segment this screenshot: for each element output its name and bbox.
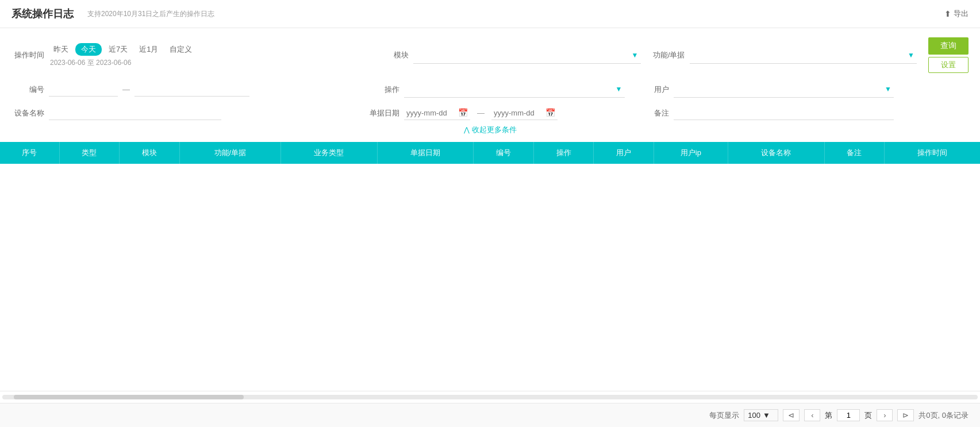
collapse-label: 收起更多条件 xyxy=(472,125,517,135)
export-button[interactable]: ⬆ 导出 xyxy=(944,9,969,19)
calendar-from-icon[interactable]: 📅 xyxy=(458,108,468,117)
last-page-button[interactable]: ⊳ xyxy=(897,409,914,421)
operation-dropdown-icon: ▼ xyxy=(616,85,625,93)
data-table: 序号 类型 模块 功能/单据 业务类型 单据日期 编号 操作 用户 用户ip 设… xyxy=(0,142,980,164)
remark-filter-group: 备注 xyxy=(636,106,894,120)
col-feature: 功能/单据 xyxy=(179,142,280,164)
page-label: 第 xyxy=(825,410,832,421)
scroll-thumb[interactable] xyxy=(14,395,244,399)
col-remark: 备注 xyxy=(824,142,884,164)
first-page-button[interactable]: ⊲ xyxy=(783,409,800,421)
time-btn-7days[interactable]: 近7天 xyxy=(104,43,132,56)
date-from-wrapper: 📅 xyxy=(404,106,470,120)
col-operation: 操作 xyxy=(533,142,593,164)
scroll-bar-area xyxy=(0,391,980,403)
time-btn-1month[interactable]: 近1月 xyxy=(134,43,163,56)
scroll-track[interactable] xyxy=(2,395,978,399)
device-filter-group: 设备名称 xyxy=(11,106,355,120)
col-biz-type: 业务类型 xyxy=(281,142,378,164)
col-op-time: 操作时间 xyxy=(884,142,980,164)
export-icon: ⬆ xyxy=(944,9,951,18)
user-filter-group: 用户 ▼ xyxy=(636,81,894,98)
filter-row-3: 设备名称 单据日期 📅 — 📅 xyxy=(11,106,969,120)
filter-row-1: 操作时间 昨天 今天 近7天 近1月 自定义 2023-06-06 至 2023… xyxy=(11,37,969,73)
col-number: 编号 xyxy=(474,142,533,164)
time-filter-group: 操作时间 昨天 今天 近7天 近1月 自定义 2023-06-06 至 2023… xyxy=(11,43,364,68)
filter-area: 操作时间 昨天 今天 近7天 近1月 自定义 2023-06-06 至 2023… xyxy=(0,28,980,142)
table-empty-area xyxy=(0,164,980,365)
module-dropdown-icon: ▼ xyxy=(632,51,641,59)
per-page-value: 100 xyxy=(748,411,760,420)
collapse-button[interactable]: ⋀ 收起更多条件 xyxy=(457,122,524,137)
feature-value xyxy=(690,49,908,61)
date-from-input[interactable] xyxy=(406,109,458,117)
time-options-group: 昨天 今天 近7天 近1月 自定义 2023-06-06 至 2023-06-0… xyxy=(49,43,197,68)
module-label: 模块 xyxy=(376,50,413,60)
number-from-input[interactable] xyxy=(49,83,118,97)
remark-label: 备注 xyxy=(636,108,674,118)
col-index: 序号 xyxy=(0,142,59,164)
feature-select[interactable]: ▼ xyxy=(690,47,917,64)
remark-input[interactable] xyxy=(674,106,894,120)
col-type: 类型 xyxy=(59,142,119,164)
time-btn-yesterday[interactable]: 昨天 xyxy=(49,43,73,56)
collapse-icon: ⋀ xyxy=(464,126,470,134)
time-label: 操作时间 xyxy=(11,50,49,60)
col-module: 模块 xyxy=(120,142,179,164)
number-to-input[interactable] xyxy=(134,83,249,97)
operation-value xyxy=(404,83,616,95)
time-buttons: 昨天 今天 近7天 近1月 自定义 xyxy=(49,43,197,56)
page-title: 系统操作日志 xyxy=(11,7,74,21)
feature-dropdown-icon: ▼ xyxy=(908,51,917,59)
per-page-select[interactable]: 100 ▼ xyxy=(744,409,778,421)
collapse-row: ⋀ 收起更多条件 xyxy=(11,122,969,137)
next-page-button[interactable]: › xyxy=(877,409,893,421)
table-wrapper: 序号 类型 模块 功能/单据 业务类型 单据日期 编号 操作 用户 用户ip 设… xyxy=(0,142,980,391)
action-buttons: 查询 设置 xyxy=(928,37,969,73)
number-filter-group: 编号 — xyxy=(11,83,355,97)
table-header: 序号 类型 模块 功能/单据 业务类型 单据日期 编号 操作 用户 用户ip 设… xyxy=(0,142,980,164)
number-range-group: — xyxy=(49,83,249,97)
col-user-ip: 用户ip xyxy=(654,142,728,164)
number-label: 编号 xyxy=(11,84,49,95)
doc-date-label: 单据日期 xyxy=(367,108,404,118)
date-to-wrapper: 📅 xyxy=(491,106,558,120)
filter-row-2: 编号 — 操作 ▼ 用户 ▼ xyxy=(11,81,969,98)
col-device: 设备名称 xyxy=(728,142,824,164)
date-separator: — xyxy=(477,109,485,117)
date-to-input[interactable] xyxy=(494,109,545,117)
total-info: 共0页, 0条记录 xyxy=(918,410,969,421)
settings-button[interactable]: 设置 xyxy=(928,57,969,73)
per-page-arrow: ▼ xyxy=(763,411,770,420)
page-header: 系统操作日志 支持2020年10月31日之后产生的操作日志 ⬆ 导出 xyxy=(0,0,980,28)
time-btn-custom[interactable]: 自定义 xyxy=(165,43,197,56)
doc-date-filter-group: 单据日期 📅 — 📅 xyxy=(367,106,625,120)
module-filter-group: 模块 ▼ xyxy=(376,47,641,64)
table-header-row: 序号 类型 模块 功能/单据 业务类型 单据日期 编号 操作 用户 用户ip 设… xyxy=(0,142,980,164)
date-range-group: 📅 — 📅 xyxy=(404,106,558,120)
user-select[interactable]: ▼ xyxy=(674,81,894,98)
col-user: 用户 xyxy=(594,142,654,164)
pagination-bar: 每页显示 100 ▼ ⊲ ‹ 第 页 › ⊳ 共0页, 0条记录 xyxy=(0,403,980,427)
time-btn-today[interactable]: 今天 xyxy=(75,43,102,56)
module-value xyxy=(413,49,632,61)
prev-page-button[interactable]: ‹ xyxy=(804,409,820,421)
device-label: 设备名称 xyxy=(11,108,49,118)
module-select[interactable]: ▼ xyxy=(413,47,641,64)
operation-filter-group: 操作 ▼ xyxy=(367,81,625,98)
device-input[interactable] xyxy=(49,106,221,120)
user-value xyxy=(674,83,885,95)
page-input[interactable] xyxy=(837,409,860,421)
feature-label: 功能/单据 xyxy=(652,50,690,60)
export-label: 导出 xyxy=(954,9,969,19)
user-dropdown-icon: ▼ xyxy=(885,85,894,93)
operation-label: 操作 xyxy=(367,84,404,95)
time-range-display: 2023-06-06 至 2023-06-06 xyxy=(49,58,197,68)
page-wrapper: 系统操作日志 支持2020年10月31日之后产生的操作日志 ⬆ 导出 操作时间 … xyxy=(0,0,980,427)
page-unit: 页 xyxy=(864,410,872,421)
query-button[interactable]: 查询 xyxy=(928,37,969,55)
calendar-to-icon[interactable]: 📅 xyxy=(545,108,555,117)
feature-filter-group: 功能/单据 ▼ xyxy=(652,47,917,64)
operation-select[interactable]: ▼ xyxy=(404,81,625,98)
col-doc-date: 单据日期 xyxy=(377,142,474,164)
